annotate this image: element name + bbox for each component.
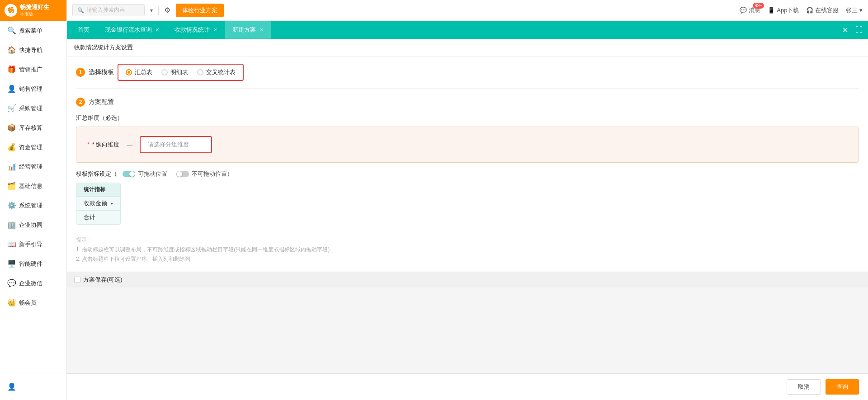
dimension-arrow: — — [127, 141, 132, 148]
dimension-select[interactable]: 请选择分组维度 — [140, 136, 212, 153]
sidebar-item-label: 经营管理 — [19, 163, 42, 171]
draggable-toggle[interactable]: 可拖动位置 — [123, 170, 167, 178]
section2-header: 2 方案配置 — [76, 98, 859, 107]
radio-dot-summary — [127, 71, 130, 74]
sidebar-item-sales[interactable]: 👤 销售管理 — [0, 79, 66, 99]
page-title-bar: 收款情况统计方案设置 — [67, 39, 868, 56]
sidebar-item-label: 搜索菜单 — [19, 27, 42, 35]
search-box[interactable]: 🔍 请输入搜索内容 — [72, 4, 145, 16]
sidebar-item-search[interactable]: 🔍 搜索菜单 — [0, 21, 66, 40]
sidebar-item-hardware[interactable]: 🖥️ 智能硬件 — [0, 254, 66, 273]
sidebar-item-quick-nav[interactable]: 🏠 快捷导航 — [0, 40, 66, 60]
chevron-down-icon: ▾ — [150, 7, 153, 14]
save-plan-checkbox[interactable]: 方案保存(可选) — [74, 276, 123, 284]
sidebar-item-guide[interactable]: 📖 新手引导 — [0, 235, 66, 254]
query-button[interactable]: 查询 — [826, 379, 859, 395]
message-icon: 💬 — [740, 7, 747, 14]
service-button[interactable]: 🎧 在线客服 — [806, 6, 839, 14]
tab-close-bank-flow[interactable]: × — [156, 26, 159, 33]
dimension-section: 汇总维度（必选） * * 纵向维度 — 请选择分组维度 — [76, 114, 859, 163]
indicator-header: 模板指标设定（ 可拖动位置 不可拖动位置） — [76, 170, 859, 178]
tabs-actions: ✕ ⛶ — [840, 24, 864, 36]
sidebar-item-label: 采购管理 — [19, 104, 42, 113]
download-button[interactable]: 📱 App下载 — [768, 6, 799, 14]
sidebar-item-operation[interactable]: 📊 经营管理 — [0, 157, 66, 176]
sidebar-item-label: 系统管理 — [19, 202, 42, 210]
cancel-button[interactable]: 取消 — [787, 379, 821, 395]
sidebar-item-inventory[interactable]: 📦 库存核算 — [0, 118, 66, 137]
tab-new-plan[interactable]: 新建方案 × — [225, 21, 270, 39]
radio-cross[interactable]: 交叉统计表 — [197, 68, 236, 76]
section-separator — [76, 88, 859, 89]
trial-button[interactable]: 体验行业方案 — [176, 4, 224, 17]
book-icon: 📖 — [7, 240, 15, 249]
sidebar: 畅 畅捷通好生 标准版 🔍 搜索菜单 🏠 快捷导航 🎁 营销推广 👤 销售管理 … — [0, 0, 67, 400]
user-icon: 👤 — [7, 85, 15, 93]
sidebar-item-company[interactable]: 🏢 企业协同 — [0, 215, 66, 235]
section1-badge: 1 — [76, 68, 85, 77]
non-draggable-toggle[interactable]: 不可拖动位置） — [176, 170, 233, 178]
tips-title: 提示： — [76, 236, 92, 243]
gear-icon[interactable]: ⚙ — [164, 6, 170, 14]
tab-close-receipt-stats[interactable]: × — [213, 26, 217, 33]
non-draggable-toggle-box[interactable] — [176, 171, 189, 177]
box-icon: 📦 — [7, 123, 15, 132]
sidebar-logo: 畅 畅捷通好生 标准版 — [0, 0, 66, 21]
form-wrapper: 1 选择模板 汇总表 明细表 交叉统计表 — [67, 56, 868, 272]
sidebar-item-label: 销售管理 — [19, 85, 42, 93]
gift-icon: 🎁 — [7, 65, 15, 74]
sidebar-item-purchase[interactable]: 🛒 采购管理 — [0, 99, 66, 118]
tab-bank-flow[interactable]: 现金银行流水查询 × — [98, 21, 166, 39]
sidebar-item-label: 资金管理 — [19, 143, 42, 151]
close-tab-action[interactable]: ✕ — [840, 24, 850, 36]
template-radio-group: 汇总表 明细表 交叉统计表 — [118, 64, 244, 81]
notification-badge: 99+ — [753, 3, 764, 9]
stats-row[interactable]: 收款金额 ▾ — [76, 196, 120, 210]
sidebar-item-label: 库存核算 — [19, 124, 42, 132]
radio-circle-cross — [197, 69, 203, 75]
folder-icon: 🗂️ — [7, 182, 15, 190]
vertical-dimension-label: * * 纵向维度 — [87, 141, 119, 149]
radio-circle-summary — [126, 69, 132, 75]
radio-summary[interactable]: 汇总表 — [126, 68, 152, 76]
logo-text: 畅捷通好生 标准版 — [20, 4, 49, 17]
sidebar-item-capital[interactable]: 💰 资金管理 — [0, 137, 66, 157]
topbar-dropdown[interactable]: ▾ — [150, 7, 153, 14]
sidebar-item-marketing[interactable]: 🎁 营销推广 — [0, 60, 66, 79]
tab-home[interactable]: 首页 — [71, 21, 97, 39]
topbar-divider — [158, 6, 159, 15]
avatar-icon: 👤 — [7, 382, 15, 391]
dimension-section-label: 汇总维度（必选） — [76, 114, 859, 122]
stats-item: 收款金额 — [84, 199, 107, 207]
settings-icon: ⚙️ — [7, 201, 15, 210]
tab-close-new-plan[interactable]: × — [259, 26, 263, 33]
tip1: 1. 拖动标题栏可以调整布局，不可跨维度或指标区域拖动栏目字段(只能在同一维度或… — [76, 246, 330, 253]
search-icon: 🔍 — [7, 26, 15, 35]
sidebar-item-basic[interactable]: 🗂️ 基础信息 — [0, 176, 66, 196]
page-title: 收款情况统计方案设置 — [74, 44, 133, 51]
sidebar-item-label: 畅会员 — [19, 299, 37, 307]
toggle-knob-draggable — [129, 171, 135, 177]
chevron-down-icon: ▾ — [111, 201, 113, 206]
sidebar-item-label: 营销推广 — [19, 66, 42, 74]
toggle-knob-non-draggable — [177, 171, 182, 177]
save-plan-checkmark — [74, 277, 80, 283]
section1-title: 选择模板 — [89, 68, 114, 76]
content-body: 收款情况统计方案设置 1 选择模板 汇总表 明细表 — [67, 39, 868, 373]
sidebar-item-member[interactable]: 👑 畅会员 — [0, 293, 66, 312]
sidebar-item-wechat[interactable]: 💬 企业微信 — [0, 273, 66, 293]
user-menu[interactable]: 张三 ▾ — [846, 6, 863, 14]
dimension-area: * * 纵向维度 — 请选择分组维度 — [76, 127, 859, 163]
tab-receipt-stats[interactable]: 收款情况统计 × — [167, 21, 224, 39]
monitor-icon: 🖥️ — [7, 259, 15, 268]
notification-button[interactable]: 💬 消息 99+ — [740, 6, 760, 14]
radio-detail[interactable]: 明细表 — [161, 68, 188, 76]
section2-badge: 2 — [76, 98, 85, 107]
sidebar-item-bottom1[interactable]: 👤 — [0, 377, 66, 396]
topbar-right: 💬 消息 99+ 📱 App下载 🎧 在线客服 张三 ▾ — [740, 6, 863, 14]
tips-section: 提示： 1. 拖动标题栏可以调整布局，不可跨维度或指标区域拖动栏目字段(只能在同… — [76, 235, 859, 264]
sidebar-item-system[interactable]: ⚙️ 系统管理 — [0, 196, 66, 215]
stats-header: 统计指标 — [76, 183, 120, 196]
draggable-toggle-box[interactable] — [123, 171, 135, 177]
maximize-tab-action[interactable]: ⛶ — [854, 24, 864, 36]
